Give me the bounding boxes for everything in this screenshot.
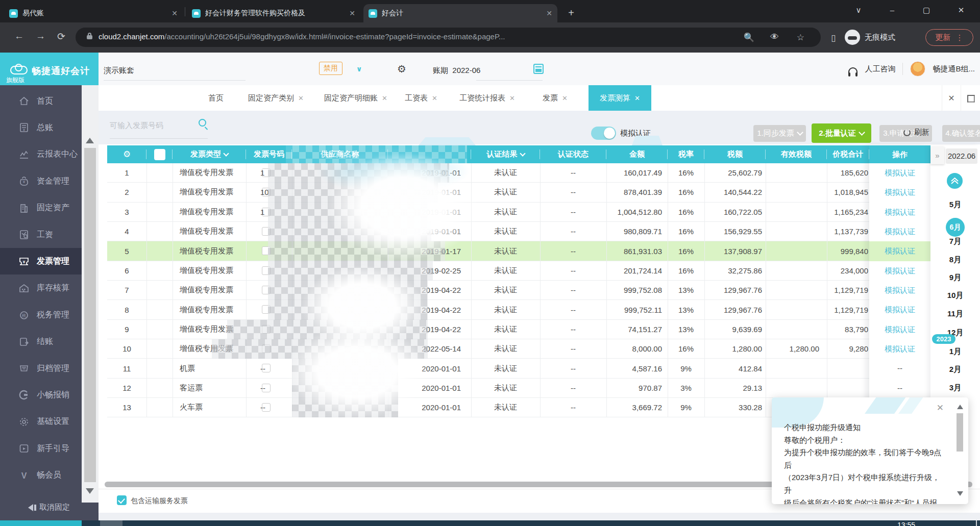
unpin-button[interactable]: 取消固定 xyxy=(24,503,70,512)
toolbar-button-1[interactable]: 1.同步发票 xyxy=(753,125,806,142)
url-box[interactable]: cloud2.chanjet.com/accounting/uh26t264j5… xyxy=(76,28,821,47)
sidebar-item-7[interactable]: ¥发票管理 xyxy=(0,248,82,274)
simulate-toggle[interactable] xyxy=(591,127,616,140)
window-maximize-button[interactable]: ▢ xyxy=(913,0,940,20)
tab-close-icon[interactable]: ✕ xyxy=(298,94,304,102)
page-tab[interactable]: 发票测算✕ xyxy=(589,85,651,111)
user-name[interactable]: 畅捷通B组... xyxy=(933,64,975,74)
notice-scrollbar[interactable] xyxy=(956,400,964,501)
support-link[interactable]: 人工咨询 xyxy=(865,64,895,74)
bookmark-star-icon[interactable]: ☆ xyxy=(797,32,804,43)
table-row[interactable]: 3增值税专用发票12019-01-01未认证--1,004,512.8016%1… xyxy=(107,203,930,222)
month-item[interactable]: 8月 xyxy=(930,255,980,265)
table-row[interactable]: 8增值税专用发票2019-04-22未认证--999,752.1113%129,… xyxy=(107,300,930,319)
simulate-auth-link[interactable]: 模拟认证 xyxy=(869,183,930,202)
tab-close-icon[interactable]: ✕ xyxy=(509,94,515,102)
simulate-auth-link[interactable]: 模拟认证 xyxy=(869,203,930,222)
month-item[interactable]: 5月 xyxy=(930,200,980,210)
table-row[interactable]: 1增值税专用发票12019-01-01未认证--160,017.4916%25,… xyxy=(107,163,930,183)
browser-tab[interactable]: 易代账✕ xyxy=(4,4,183,22)
chevron-down-icon[interactable] xyxy=(223,151,229,156)
simulate-auth-link[interactable]: 模拟认证 xyxy=(869,163,930,183)
sidebar-item-6[interactable]: 工资 xyxy=(0,221,82,248)
tab-close-icon[interactable]: ✕ xyxy=(546,9,552,17)
scroll-months-up-button[interactable] xyxy=(947,173,963,189)
simulate-auth-link[interactable]: 模拟认证 xyxy=(869,222,930,241)
sidebar-item-1[interactable]: 首页 xyxy=(0,88,82,114)
table-row[interactable]: 2增值税专用发票102019-01-01未认证--878,401.3916%14… xyxy=(107,183,930,202)
tab-close-icon[interactable]: ✕ xyxy=(432,94,437,102)
table-row[interactable]: 6增值税专用发票2019-02-25未认证--201,724.1416%32,2… xyxy=(107,261,930,281)
browser-tab[interactable]: 好会计✕ xyxy=(363,4,557,22)
sidebar-item-13[interactable]: 基础设置 xyxy=(0,409,82,435)
notice-scroll-down-icon[interactable] xyxy=(957,491,963,499)
calendar-icon[interactable] xyxy=(533,64,544,74)
sidebar-item-8[interactable]: 库存核算 xyxy=(0,275,82,302)
simulate-auth-link[interactable]: 模拟认证 xyxy=(869,339,930,359)
taskbar-app-highlight[interactable] xyxy=(0,520,82,526)
sidebar-item-10[interactable]: 结账 xyxy=(0,329,82,355)
refresh-button[interactable]: 刷新 xyxy=(903,128,929,137)
notice-scroll-thumb[interactable] xyxy=(957,413,963,452)
page-tab[interactable]: 固定资产明细账✕ xyxy=(324,85,387,111)
sidebar-item-11[interactable]: 归档管理 xyxy=(0,355,82,382)
scroll-up-icon[interactable] xyxy=(86,134,94,143)
sidebar-item-15[interactable]: V畅会员 xyxy=(0,462,82,489)
simulate-auth-link[interactable]: 模拟认证 xyxy=(869,261,930,281)
month-item[interactable]: 7月 xyxy=(930,237,980,246)
simulate-auth-link[interactable]: 模拟认证 xyxy=(869,281,930,300)
window-close-button[interactable]: ✕ xyxy=(948,0,974,20)
sidebar-item-3[interactable]: 云报表中心 xyxy=(0,141,82,168)
table-row[interactable]: 12客运票--2020-01-01未认证--970.873%29.13 xyxy=(107,379,930,398)
table-row[interactable]: 7增值税专用发票2019-04-22未认证--999,752.0813%129,… xyxy=(107,281,930,300)
month-item[interactable]: 3月 xyxy=(930,383,980,393)
side-panel-icon[interactable]: ▯ xyxy=(831,33,836,43)
update-button[interactable]: 更新⋮ xyxy=(925,29,973,46)
browser-tab[interactable]: 好会计财务管理软件购买价格及✕ xyxy=(187,4,360,22)
panel-period[interactable]: 2022.06 xyxy=(946,148,977,164)
taskbar-item[interactable] xyxy=(100,520,122,526)
tab-close-icon[interactable]: ✕ xyxy=(172,9,178,17)
toolbar-button-4[interactable]: 4.确认签名 xyxy=(942,125,980,142)
select-all-checkbox[interactable] xyxy=(146,145,173,163)
invoice-search-input[interactable]: 可输入发票号码 xyxy=(110,121,163,131)
search-icon[interactable] xyxy=(199,119,210,130)
notice-scroll-up-icon[interactable] xyxy=(957,402,963,409)
table-row[interactable]: 11机票--2020-01-01未认证--4,587.169%412.84 xyxy=(107,359,930,378)
sidebar-item-14[interactable]: 新手引导 xyxy=(0,435,82,462)
table-row[interactable]: 4增值税专用发票2019-01-01未认证--980,809.7116%156,… xyxy=(107,222,930,241)
month-item[interactable]: 10月 xyxy=(930,291,980,300)
back-icon[interactable]: ← xyxy=(14,31,24,42)
window-minimize-button[interactable]: – xyxy=(879,0,905,20)
table-row[interactable]: 5增值税专用发票2019-01-17未认证--861,931.0316%137,… xyxy=(107,241,930,261)
page-tab[interactable]: 固定资产类别✕ xyxy=(248,85,304,111)
panel-collapse-handle[interactable]: » xyxy=(930,147,944,164)
account-name[interactable]: 演示账套 xyxy=(104,66,134,76)
tab-close-icon[interactable]: ✕ xyxy=(382,94,387,102)
page-tab[interactable]: 工资表✕ xyxy=(405,85,437,111)
os-taskbar[interactable]: 13:55 xyxy=(0,520,980,526)
month-item[interactable]: 2月 xyxy=(930,365,980,374)
sidebar-item-9[interactable]: 税税务管理 xyxy=(0,302,82,328)
page-tab[interactable]: 发票✕ xyxy=(543,85,568,111)
transport-invoice-checkbox[interactable] xyxy=(117,495,127,505)
scroll-down-icon[interactable] xyxy=(86,488,94,498)
sidebar-item-5[interactable]: 固定资产 xyxy=(0,195,82,221)
month-item[interactable]: 11月 xyxy=(930,309,980,319)
new-tab-button[interactable]: + xyxy=(564,6,578,20)
tab-close-icon[interactable]: ✕ xyxy=(349,9,355,17)
sidebar-item-2[interactable]: ¥总账 xyxy=(0,114,82,141)
simulate-auth-link[interactable]: 模拟认证 xyxy=(869,320,930,339)
chevron-down-icon[interactable] xyxy=(520,151,525,156)
sidebar-scrollbar[interactable] xyxy=(82,85,99,503)
tab-close-icon[interactable]: ✕ xyxy=(562,94,568,102)
month-item[interactable]: 1月 xyxy=(930,347,980,357)
page-tab[interactable]: 首页 xyxy=(208,85,224,111)
disabled-dropdown-icon[interactable]: ∨ xyxy=(356,65,362,73)
browser-profile-button[interactable]: ∨ xyxy=(845,0,872,20)
page-tab[interactable]: 工资统计报表✕ xyxy=(459,85,515,111)
toolbar-button-2[interactable]: 2.批量认证 xyxy=(812,123,871,143)
settings-gear-icon[interactable]: ⚙ xyxy=(397,63,406,75)
tab-close-icon[interactable]: ✕ xyxy=(634,94,640,102)
sidebar-item-4[interactable]: ¥资金管理 xyxy=(0,168,82,194)
